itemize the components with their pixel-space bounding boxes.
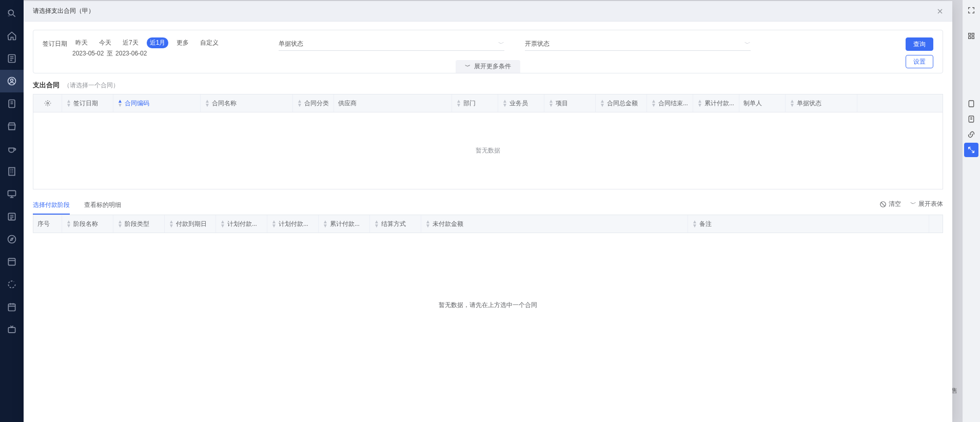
building-icon <box>7 166 17 177</box>
col-status[interactable]: ▲▼单据状态 <box>786 94 857 112</box>
col2-remark[interactable]: ▲▼备注 <box>688 215 929 233</box>
nav-tv[interactable] <box>0 318 24 341</box>
svg-point-8 <box>8 236 16 243</box>
modal-close-button[interactable] <box>933 4 947 18</box>
nav-refresh[interactable] <box>0 273 24 296</box>
expand-label: 展开更多条件 <box>474 62 511 71</box>
col-accpay[interactable]: ▲▼累计付款... <box>693 94 739 112</box>
nav-doc[interactable] <box>0 92 24 115</box>
contracts-empty: 暂无数据 <box>33 112 943 189</box>
compass-icon <box>7 234 17 244</box>
select-contract-modal: 请选择支出合同（甲） 签订日期 昨天 今天 近7天 近1月 更多 <box>24 1 952 422</box>
chevron-down-icon: ﹀ <box>498 40 504 48</box>
col2-stage_type[interactable]: ▲▼阶段类型 <box>113 215 165 233</box>
col-name[interactable]: ▲▼合同名称 <box>201 94 293 112</box>
tab-detail[interactable]: 查看标的明细 <box>84 197 121 215</box>
gear-icon <box>44 100 51 107</box>
col2-acc_pay[interactable]: ▲▼累计付款... <box>319 215 370 233</box>
date-range-text: 2023-05-02 至 2023-06-02 <box>72 49 222 58</box>
col2-stage_name[interactable]: ▲▼阶段名称 <box>62 215 113 233</box>
filter-panel: 签订日期 昨天 今天 近7天 近1月 更多 自定义 2023-05-02 至 <box>33 30 943 73</box>
col-category[interactable]: ▲▼合同分类 <box>293 94 334 112</box>
date-opt-last1m[interactable]: 近1月 <box>147 37 169 48</box>
nav-report[interactable] <box>0 47 24 70</box>
nav-building[interactable] <box>0 160 24 183</box>
list-icon <box>7 212 17 222</box>
svg-rect-9 <box>8 258 15 265</box>
stages-empty: 暂无数据，请先在上方选中一个合同 <box>33 233 943 377</box>
col-salesman[interactable]: ▲▼业务员 <box>498 94 544 112</box>
svg-rect-16 <box>969 101 973 107</box>
nav-calendar[interactable] <box>0 296 24 318</box>
col2-due[interactable]: ▲▼付款到期日 <box>165 215 216 233</box>
rail-fullscreen[interactable] <box>964 3 978 17</box>
invoice-status-label: 开票状态 <box>525 40 550 48</box>
expand-filters-button[interactable]: ︾ 展开更多条件 <box>456 60 520 73</box>
monitor-icon <box>7 189 17 199</box>
chevron-down-icon: ﹀ <box>744 40 751 48</box>
settings-button[interactable]: 设置 <box>906 55 933 68</box>
col-sign_date[interactable]: ▲▼签订日期 <box>62 94 113 112</box>
col2-unpaid[interactable]: ▲▼未付款金额 <box>421 215 688 233</box>
col-total[interactable]: ▲▼合同总金额 <box>596 94 647 112</box>
nav-search[interactable] <box>0 2 24 25</box>
search-icon <box>7 8 17 18</box>
svg-rect-12 <box>969 33 971 35</box>
modal-header: 请选择支出合同（甲） <box>24 1 952 22</box>
link-icon <box>967 130 975 139</box>
rail-link[interactable] <box>964 127 978 142</box>
col2-idx[interactable]: 序号 <box>33 215 62 233</box>
clear-icon <box>879 201 887 208</box>
col-dept[interactable]: ▲▼部门 <box>452 94 498 112</box>
svg-rect-10 <box>8 304 15 311</box>
date-opt-yesterday[interactable]: 昨天 <box>72 37 91 48</box>
col-end[interactable]: ▲▼合同结束... <box>647 94 693 112</box>
rail-form[interactable] <box>964 112 978 126</box>
nav-folder[interactable] <box>0 251 24 273</box>
rail-expand[interactable] <box>964 143 978 157</box>
user-circle-icon <box>7 76 17 86</box>
col2-plan_pay[interactable]: ▲▼计划付款... <box>216 215 267 233</box>
chevron-down-icon: ﹀ <box>910 200 916 208</box>
col2-plan_pay2[interactable]: ▲▼计划付款... <box>267 215 319 233</box>
nav-coffee[interactable] <box>0 138 24 160</box>
right-rail <box>963 0 980 157</box>
svg-point-3 <box>11 79 13 82</box>
doc-status-select[interactable]: 单据状态 ﹀ <box>279 37 504 51</box>
nav-shop[interactable] <box>0 115 24 138</box>
left-sidebar <box>0 0 24 422</box>
nav-monitor[interactable] <box>0 183 24 205</box>
outgoing-contract-title-row: 支出合同 （请选择一个合同） <box>33 81 943 90</box>
date-opt-today[interactable]: 今天 <box>96 37 114 48</box>
col2-settle[interactable]: ▲▼结算方式 <box>370 215 421 233</box>
nav-list[interactable] <box>0 205 24 228</box>
detail-tabs-row: 选择付款阶段查看标的明细 清空 ﹀ 展开表体 <box>33 197 943 215</box>
svg-rect-15 <box>972 36 974 39</box>
expand-body-button[interactable]: ﹀ 展开表体 <box>910 200 943 208</box>
refresh-icon <box>7 279 17 290</box>
rail-doc[interactable] <box>964 97 978 111</box>
date-opt-more[interactable]: 更多 <box>173 37 192 48</box>
nav-compass[interactable] <box>0 228 24 251</box>
date-opt-custom[interactable]: 自定义 <box>197 37 222 48</box>
doc-status-label: 单据状态 <box>279 40 303 48</box>
filter-doc-status: 单据状态 ﹀ <box>279 37 504 51</box>
nav-user[interactable] <box>0 70 24 92</box>
svg-point-18 <box>47 102 49 104</box>
doc-small-icon <box>967 100 975 108</box>
col-code[interactable]: ▲▼合同编码 <box>113 94 201 112</box>
date-opt-last7[interactable]: 近7天 <box>120 37 142 48</box>
col-supplier[interactable]: 供应商 <box>334 94 452 112</box>
rail-grid[interactable] <box>964 29 978 43</box>
grid-icon <box>967 32 975 40</box>
col-creator[interactable]: 制单人 <box>739 94 786 112</box>
col-gear[interactable] <box>33 94 62 112</box>
svg-rect-5 <box>9 168 15 176</box>
nav-home[interactable] <box>0 25 24 47</box>
tab-stage[interactable]: 选择付款阶段 <box>33 197 70 215</box>
col-project[interactable]: ▲▼项目 <box>544 94 596 112</box>
invoice-status-select[interactable]: 开票状态 ﹀ <box>525 37 751 51</box>
clear-button[interactable]: 清空 <box>879 200 901 208</box>
query-button[interactable]: 查询 <box>906 37 933 51</box>
tv-icon <box>7 324 17 335</box>
